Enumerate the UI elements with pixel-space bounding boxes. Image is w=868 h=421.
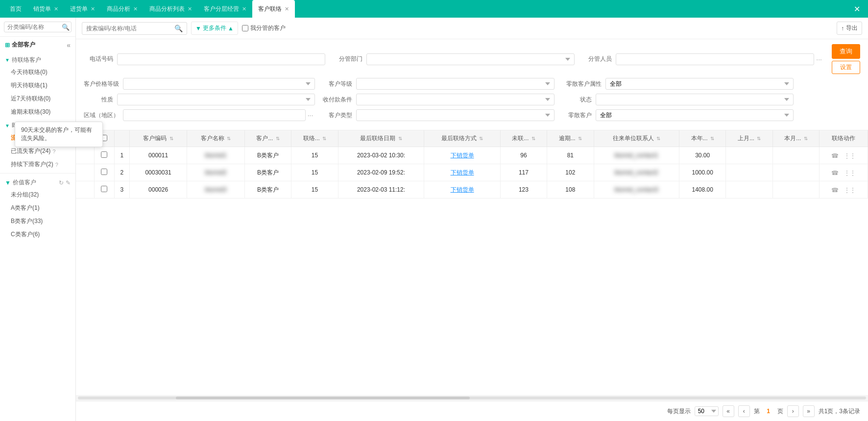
col-last-month[interactable]: 上月... ⇅ [726,130,772,147]
tab-home[interactable]: 首页 [4,0,27,18]
scrollbar-track [78,396,866,399]
sidebar-item-class-b[interactable]: B类客户(33) [0,215,75,228]
col-contact[interactable]: 联络... ⇅ [291,130,338,147]
customer-type-select[interactable] [356,109,554,121]
close-tab-salesorder[interactable]: ✕ [54,6,58,12]
zero-attr-select[interactable]: 全部 [605,78,794,90]
area-input[interactable] [123,109,306,121]
toolbar-search-input[interactable] [86,25,174,32]
person-input[interactable] [616,53,814,65]
scrollbar-thumb[interactable] [176,396,470,399]
phone-input[interactable] [117,53,325,65]
row-checkbox-input-1[interactable] [101,169,107,175]
my-customers-filter[interactable]: 我分管的客户 [242,24,286,32]
action-icon-2-0[interactable]: ⋮⋮ [844,152,856,159]
nature-select[interactable] [117,94,315,105]
tab-customer-segment[interactable]: 客户分层经营 ✕ [198,0,252,18]
sidebar-item-class-c[interactable]: C类客户(6) [0,228,75,241]
col-this-year[interactable]: 本年... ⇅ [679,130,725,147]
col-code[interactable]: 客户编码 ⇅ [129,130,187,147]
status-select[interactable] [596,94,794,105]
col-uncontacted[interactable]: 未联... ⇅ [500,130,547,147]
area-more-btn[interactable]: ··· [306,111,315,119]
row-checkbox-1[interactable] [94,164,114,181]
my-customers-checkbox[interactable] [242,25,248,31]
row-last-type-2[interactable]: 下销货单 [424,181,500,198]
contact-type-link-1[interactable]: 下销货单 [451,169,474,176]
close-tab-customer-contact[interactable]: ✕ [285,6,289,12]
payment-select[interactable] [356,94,554,105]
zero-customer-select[interactable]: 全部 [596,109,794,121]
row-last-date-2: 2023-02-03 11:12: [338,181,424,198]
action-icon-1-2[interactable]: ☎ [831,187,839,194]
col-overdue[interactable]: 逾期... ⇅ [547,130,594,147]
content-area: 🔍 ▼ 更多条件 ▲ 我分管的客户 ↑ 导出 [76,18,868,421]
edit-icon[interactable]: ✎ [66,179,71,186]
row-checkbox-input-2[interactable] [101,186,107,192]
col-name[interactable]: 客户名称 ⇅ [187,130,245,147]
prev-page-button[interactable]: ‹ [738,405,750,417]
horizontal-scrollbar[interactable] [76,395,868,401]
sidebar-item-declining[interactable]: 持续下滑客户(2) ? [0,158,75,171]
tab-product-analysis[interactable]: 商品分析 ✕ [101,0,144,18]
customer-level-select[interactable] [356,78,554,90]
row-checkbox-0[interactable] [94,147,114,164]
row-checkbox-2[interactable] [94,181,114,198]
next-page-button[interactable]: › [787,405,799,417]
first-page-button[interactable]: « [723,405,734,417]
col-type[interactable]: 客户... ⇅ [244,130,291,147]
more-filter-button[interactable]: ▼ 更多条件 ▲ [191,22,238,35]
table-row: 3 000026 blurred3 B类客户 15 2023-02-03 11:… [76,181,868,198]
close-tab-customer-segment[interactable]: ✕ [242,6,246,12]
branch-select[interactable] [366,53,575,65]
action-icon-1-1[interactable]: ☎ [831,170,839,176]
tab-customer-contact[interactable]: 客户联络 ✕ [252,0,295,18]
row-action-0[interactable]: ☎ ⋮⋮ [820,147,868,164]
customer-type-label: 客户类型 [323,111,352,120]
sidebar-item-today-pending[interactable]: 今天待联络(0) [0,66,75,79]
row-checkbox-input-0[interactable] [101,151,107,158]
page-size-select[interactable]: 50 20 100 [695,406,719,416]
sidebar-item-class-a[interactable]: A类客户(1) [0,201,75,215]
export-button[interactable]: ↑ 导出 [837,22,862,35]
settings-button[interactable]: 设置 [832,61,860,74]
col-this-month[interactable]: 本月... ⇅ [772,130,819,147]
row-index-2: 3 [114,181,129,198]
sidebar-item-overdue[interactable]: 逾期未联络(30) [0,105,75,119]
tab-product-list[interactable]: 商品分析列表 ✕ [144,0,198,18]
collapse-icon: « [67,41,71,49]
refresh-icon[interactable]: ↻ [59,179,64,186]
person-more-btn[interactable]: ··· [814,55,824,63]
col-last-date[interactable]: 最后联络日期 ⇅ [338,130,424,147]
sidebar-group-value[interactable]: ▼ 价值客户 ↻ ✎ [0,175,75,188]
window-close-icon[interactable]: ✕ [850,4,864,14]
contact-type-link-2[interactable]: 下销货单 [451,186,474,193]
action-icon-1-0[interactable]: ☎ [831,152,839,159]
action-icon-2-1[interactable]: ⋮⋮ [844,170,856,176]
action-icon-2-2[interactable]: ⋮⋮ [844,187,856,194]
row-action-1[interactable]: ☎ ⋮⋮ [820,164,868,181]
tab-salesorder[interactable]: 销货单 ✕ [27,0,64,18]
price-level-select[interactable] [123,78,315,90]
sidebar-group-pending[interactable]: ▼ 待联络客户 [0,53,75,66]
row-last-type-1[interactable]: 下销货单 [424,164,500,181]
sidebar-item-ungroup[interactable]: 未分组(32) [0,188,75,201]
close-tab-product-analysis[interactable]: ✕ [133,6,138,12]
row-action-2[interactable]: ☎ ⋮⋮ [820,181,868,198]
contact-type-link-0[interactable]: 下销货单 [451,152,474,159]
row-this-year-0: 30.00 [679,147,725,164]
last-page-button[interactable]: » [803,405,815,417]
sidebar-item-week-pending[interactable]: 近7天待联络(0) [0,92,75,105]
query-button[interactable]: 查询 [832,44,860,59]
close-tab-purchase[interactable]: ✕ [91,6,95,12]
sidebar-item-tomorrow-pending[interactable]: 明天待联络(1) [0,79,75,92]
col-unit-contact[interactable]: 往来单位联系人 ⇅ [594,130,679,147]
price-level-label: 客户价格等级 [84,80,119,88]
col-last-type[interactable]: 最后联络方式 ⇅ [424,130,500,147]
tab-purchase[interactable]: 进货单 ✕ [64,0,101,18]
zero-customer-label: 零散客户 [562,111,592,120]
toolbar-search-button[interactable]: 🔍 [174,25,183,32]
sidebar-all-customers[interactable]: ⊞ 全部客户 « [0,37,75,53]
row-last-type-0[interactable]: 下销货单 [424,147,500,164]
close-tab-product-list[interactable]: ✕ [188,6,192,12]
